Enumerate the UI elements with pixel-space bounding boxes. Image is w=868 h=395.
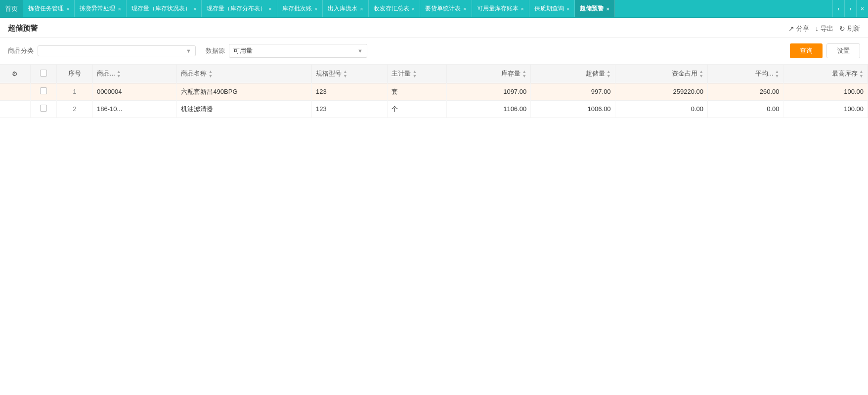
td-product-name: 机油滤清器 bbox=[177, 100, 312, 118]
td-unit: 个 bbox=[388, 100, 446, 118]
close-icon[interactable]: × bbox=[566, 6, 569, 12]
td-stock: 1097.00 bbox=[446, 83, 530, 100]
filter-area: 商品分类 ▼ 数据源 可用量 ▼ 查询 设置 bbox=[0, 38, 868, 65]
td-product-name: 六配套新昌490BPG bbox=[177, 83, 312, 100]
nav-item-batch[interactable]: 库存批次账 × bbox=[277, 0, 323, 17]
page-title: 超储预警 bbox=[8, 24, 38, 33]
sort-icon: ▲▼ bbox=[208, 70, 213, 79]
td-check[interactable] bbox=[30, 83, 56, 100]
th-product-name[interactable]: 商品名称▲▼ bbox=[177, 65, 312, 83]
nav-item-available-stock[interactable]: 可用量库存账本 × bbox=[472, 0, 529, 17]
filter-actions: 查询 设置 bbox=[790, 43, 860, 58]
table-row: 2 186-10... 机油滤清器 123 个 1106.00 1006.00 … bbox=[0, 100, 868, 118]
sort-icon: ▲▼ bbox=[607, 70, 611, 79]
export-button[interactable]: ↓ 导出 bbox=[815, 24, 833, 33]
td-over-qty: 1006.00 bbox=[531, 100, 615, 118]
nav-item-flow[interactable]: 出入库流水 × bbox=[323, 0, 368, 17]
th-over-qty[interactable]: 超储量▲▼ bbox=[531, 65, 615, 83]
share-icon: ↗ bbox=[788, 25, 794, 33]
datasource-filter-group: 数据源 可用量 ▼ bbox=[206, 44, 367, 58]
query-button[interactable]: 查询 bbox=[790, 43, 823, 58]
td-no: 2 bbox=[56, 100, 92, 118]
table-row: 1 0000004 六配套新昌490BPG 123 套 1097.00 997.… bbox=[0, 83, 868, 100]
td-gear bbox=[0, 83, 30, 100]
th-capital[interactable]: 资金占用▲▼ bbox=[615, 65, 707, 83]
nav-item-collect[interactable]: 收发存汇总表 × bbox=[369, 0, 420, 17]
th-max-stock[interactable]: 最高库存▲▼ bbox=[783, 65, 868, 83]
td-gear bbox=[0, 100, 30, 118]
export-icon: ↓ bbox=[815, 25, 819, 33]
td-max-stock: 100.00 bbox=[783, 83, 868, 100]
nav-item-stock-dist[interactable]: 现存量（库存分布表） × bbox=[202, 0, 277, 17]
gear-icon: ⚙ bbox=[12, 70, 18, 78]
nav-item-order-stats[interactable]: 要货单统计表 × bbox=[420, 0, 472, 17]
nav-arrow-right[interactable]: › bbox=[844, 0, 856, 17]
td-capital: 0.00 bbox=[615, 100, 707, 118]
close-icon[interactable]: × bbox=[268, 6, 271, 12]
data-table: ⚙ 序号 商品...▲▼ 商品名称▲▼ 规格型号▲▼ bbox=[0, 65, 868, 118]
td-product-code: 186-10... bbox=[92, 100, 176, 118]
th-check[interactable] bbox=[30, 65, 56, 83]
sort-icon: ▲▼ bbox=[343, 70, 347, 79]
td-spec: 123 bbox=[312, 83, 388, 100]
th-no: 序号 bbox=[56, 65, 92, 83]
td-stock: 1106.00 bbox=[446, 100, 530, 118]
page-header: 超储预警 ↗ 分享 ↓ 导出 ↻ 刷新 bbox=[0, 18, 868, 38]
share-button[interactable]: ↗ 分享 bbox=[788, 24, 809, 33]
nav-item-task-mgmt[interactable]: 拣货任务管理 × bbox=[23, 0, 75, 17]
nav-item-expiry[interactable]: 保质期查询 × bbox=[529, 0, 575, 17]
th-gear[interactable]: ⚙ bbox=[0, 65, 30, 83]
refresh-button[interactable]: ↻ 刷新 bbox=[839, 24, 860, 33]
nav-item-abnormal[interactable]: 拣货异常处理 × bbox=[75, 0, 126, 17]
nav-arrow-close[interactable]: × bbox=[856, 0, 868, 17]
nav-arrows: ‹ › × bbox=[832, 0, 868, 17]
chevron-down-icon: ▼ bbox=[357, 48, 363, 54]
th-spec[interactable]: 规格型号▲▼ bbox=[312, 65, 388, 83]
close-icon[interactable]: × bbox=[463, 6, 466, 12]
settings-button[interactable]: 设置 bbox=[826, 43, 860, 58]
close-icon[interactable]: × bbox=[314, 6, 317, 12]
category-label: 商品分类 bbox=[8, 46, 34, 55]
select-all-checkbox[interactable] bbox=[40, 70, 47, 77]
datasource-select-value: 可用量 bbox=[233, 46, 253, 55]
table-header-row: ⚙ 序号 商品...▲▼ 商品名称▲▼ 规格型号▲▼ bbox=[0, 65, 868, 83]
header-actions: ↗ 分享 ↓ 导出 ↻ 刷新 bbox=[788, 24, 860, 33]
th-avg[interactable]: 平均...▲▼ bbox=[708, 65, 783, 83]
sort-icon: ▲▼ bbox=[699, 70, 703, 79]
sort-icon: ▲▼ bbox=[412, 70, 417, 79]
td-no: 1 bbox=[56, 83, 92, 100]
sort-icon: ▲▼ bbox=[775, 70, 780, 79]
refresh-icon: ↻ bbox=[839, 25, 845, 33]
category-filter-group: 商品分类 ▼ bbox=[8, 45, 196, 56]
close-icon[interactable]: × bbox=[521, 6, 524, 12]
chevron-down-icon: ▼ bbox=[186, 48, 191, 54]
row-checkbox[interactable] bbox=[40, 105, 47, 112]
close-icon[interactable]: × bbox=[412, 6, 415, 12]
nav-item-overstock-alert[interactable]: 超储预警 × bbox=[575, 0, 614, 17]
sort-icon: ▲▼ bbox=[522, 70, 526, 79]
close-icon[interactable]: × bbox=[360, 6, 363, 12]
td-over-qty: 997.00 bbox=[531, 83, 615, 100]
td-avg: 260.00 bbox=[708, 83, 783, 100]
td-check[interactable] bbox=[30, 100, 56, 118]
nav-arrow-left[interactable]: ‹ bbox=[832, 0, 844, 17]
nav-item-home[interactable]: 首页 bbox=[0, 0, 23, 17]
nav-bar: 首页 拣货任务管理 × 拣货异常处理 × 现存量（库存状况表） × 现存量（库存… bbox=[0, 0, 868, 18]
th-product-code[interactable]: 商品...▲▼ bbox=[92, 65, 176, 83]
close-icon[interactable]: × bbox=[66, 6, 69, 12]
td-capital: 259220.00 bbox=[615, 83, 707, 100]
close-icon[interactable]: × bbox=[193, 6, 196, 12]
td-product-code: 0000004 bbox=[92, 83, 176, 100]
th-stock[interactable]: 库存量▲▼ bbox=[446, 65, 530, 83]
td-unit: 套 bbox=[388, 83, 446, 100]
sort-icon: ▲▼ bbox=[859, 70, 864, 79]
th-unit[interactable]: 主计量▲▼ bbox=[388, 65, 446, 83]
close-icon[interactable]: × bbox=[606, 6, 609, 12]
page-container: 超储预警 ↗ 分享 ↓ 导出 ↻ 刷新 商品分类 ▼ 数据源 bbox=[0, 18, 868, 395]
nav-item-stock-status[interactable]: 现存量（库存状况表） × bbox=[127, 0, 202, 17]
close-icon[interactable]: × bbox=[118, 6, 121, 12]
datasource-select[interactable]: 可用量 ▼ bbox=[229, 44, 367, 58]
td-spec: 123 bbox=[312, 100, 388, 118]
category-select[interactable]: ▼ bbox=[38, 45, 196, 56]
row-checkbox[interactable] bbox=[40, 87, 47, 94]
